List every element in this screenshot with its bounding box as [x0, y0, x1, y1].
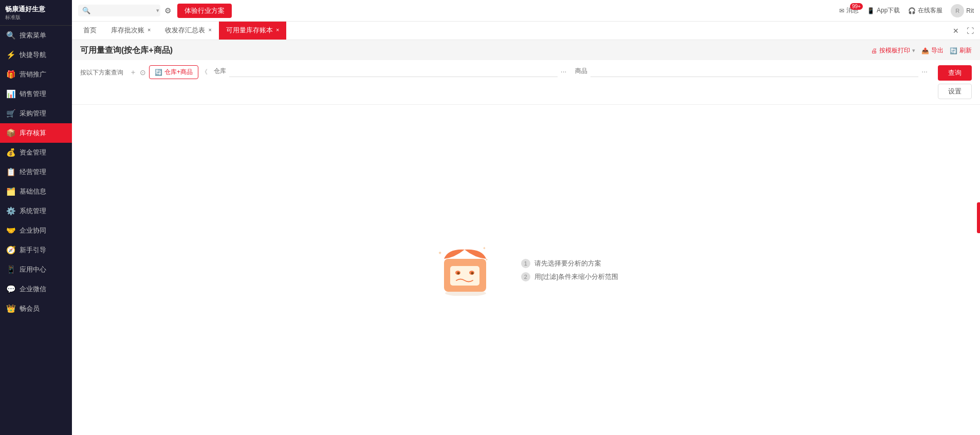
sidebar-item-label-ops-mgmt: 经营管理: [20, 167, 46, 177]
tab-available-ledger-close[interactable]: ×: [276, 27, 279, 33]
sidebar-item-app-center[interactable]: 📱 应用中心: [0, 260, 72, 279]
sidebar: 畅康通好生意 标准版 🔍 搜索菜单 ⚡ 快捷导航 🎁 营销推广 📊 销售管理 🛒…: [0, 0, 72, 435]
page-content: 可用量查询(按仓库+商品) 🖨 按模板打印 ▾ 📤 导出 🔄 刷新 按以下: [72, 40, 980, 435]
marketing-promo-icon: 🎁: [6, 70, 15, 79]
sidebar-item-label-search: 搜索菜单: [20, 31, 46, 40]
sidebar-item-purchase-mgmt[interactable]: 🛒 采购管理: [0, 104, 72, 123]
scheme-tag-label: 仓库+商品: [164, 68, 193, 77]
sidebar-item-sales-mgmt[interactable]: 📊 销售管理: [0, 84, 72, 104]
refresh-label: 刷新: [959, 46, 972, 55]
tab-receive-summary[interactable]: 收发存汇总表 ×: [158, 22, 218, 40]
sidebar-item-sys-mgmt[interactable]: ⚙️ 系统管理: [0, 201, 72, 221]
filter-collapse-icon[interactable]: 《: [201, 68, 208, 77]
svg-text:✦: ✦: [483, 246, 486, 251]
tab-available-ledger-label: 可用量库存账本: [226, 26, 273, 35]
service-button[interactable]: 🎧 在线客服: [908, 6, 942, 15]
message-badge: 99+: [850, 3, 863, 10]
export-button[interactable]: 📤 导出: [921, 46, 944, 55]
filter-label: 按以下方案查询: [80, 65, 123, 77]
scheme-tag-warehouse-product[interactable]: 🔄 仓库+商品: [149, 65, 198, 79]
sidebar-item-newbie-guide[interactable]: 🧭 新手引导: [0, 240, 72, 260]
sales-mgmt-icon: 📊: [6, 89, 15, 99]
sidebar-item-search[interactable]: 🔍 搜索菜单: [0, 26, 72, 45]
message-icon: ✉: [839, 7, 844, 14]
page-header: 可用量查询(按仓库+商品) 🖨 按模板打印 ▾ 📤 导出 🔄 刷新: [72, 40, 980, 60]
search-icon: 🔍: [82, 7, 90, 14]
svg-rect-2: [450, 266, 479, 286]
hint-text-2: 用[过滤]条件来缩小分析范围: [534, 272, 618, 281]
sidebar-item-ops-mgmt[interactable]: 📋 经营管理: [0, 162, 72, 182]
settings-button[interactable]: 设置: [938, 84, 972, 99]
empty-content-row: ✦ ✦ ✦ 1 请先选择要分析的方案 2 用[过滤]条件来缩小分析范围: [434, 239, 618, 301]
basic-info-icon: 🗂️: [6, 187, 15, 196]
empty-svg: ✦ ✦ ✦: [434, 239, 495, 296]
main-area: 🔍 ▾ ⚙ 体验行业方案 ✉ 消息 99+ 📱 App下载 🎧 在线客服 R R…: [72, 0, 980, 435]
sidebar-item-label-sys-mgmt: 系统管理: [20, 206, 46, 216]
settings-scheme-icon[interactable]: ⊙: [140, 68, 146, 77]
vip-member-icon: 👑: [6, 304, 15, 313]
app-center-icon: 📱: [6, 265, 15, 274]
tab-batch-ledger[interactable]: 库存批次账 ×: [104, 22, 158, 40]
close-window-btn[interactable]: ✕: [950, 25, 961, 36]
tab-home[interactable]: 首页: [76, 22, 104, 40]
svg-point-6: [471, 272, 473, 274]
empty-state: ✦ ✦ ✦ 1 请先选择要分析的方案 2 用[过滤]条件来缩小分析范围: [72, 105, 980, 435]
warehouse-input[interactable]: [229, 65, 558, 77]
warehouse-more-icon[interactable]: ···: [561, 67, 567, 75]
refresh-icon: 🔄: [950, 47, 957, 54]
sidebar-item-basic-info[interactable]: 🗂️ 基础信息: [0, 182, 72, 201]
ops-mgmt-icon: 📋: [6, 167, 15, 177]
service-icon: 🎧: [908, 7, 916, 14]
topbar-right: ✉ 消息 99+ 📱 App下载 🎧 在线客服 R Rit: [839, 4, 974, 17]
sidebar-item-quick-nav[interactable]: ⚡ 快捷导航: [0, 45, 72, 65]
warehouse-label: 仓库: [214, 67, 226, 75]
purchase-mgmt-icon: 🛒: [6, 109, 15, 118]
sidebar-item-label-finance: 资金管理: [20, 148, 46, 157]
sidebar-item-finance[interactable]: 💰 资金管理: [0, 143, 72, 162]
search-input[interactable]: [93, 7, 154, 14]
tab-receive-summary-close[interactable]: ×: [208, 27, 211, 33]
app-subtitle: 标准版: [5, 14, 67, 21]
sidebar-item-vip-member[interactable]: 👑 畅会员: [0, 299, 72, 318]
app-icon: 📱: [867, 7, 875, 14]
user-menu[interactable]: R Rit: [951, 4, 974, 17]
tab-available-ledger[interactable]: 可用量库存账本 ×: [219, 22, 286, 40]
query-button[interactable]: 查询: [938, 65, 972, 81]
filter-field-product: 商品 ···: [575, 65, 928, 77]
maximize-window-btn[interactable]: ⛶: [965, 25, 976, 36]
template-print-button[interactable]: 🖨 按模板打印 ▾: [871, 46, 915, 55]
template-print-label: 按模板打印: [879, 46, 910, 55]
add-scheme-icon[interactable]: ＋: [130, 68, 137, 77]
refresh-button[interactable]: 🔄 刷新: [950, 46, 972, 55]
tab-batch-ledger-close[interactable]: ×: [147, 27, 151, 33]
empty-hint-item-1: 1 请先选择要分析的方案: [521, 259, 618, 268]
message-button[interactable]: ✉ 消息 99+: [839, 6, 859, 15]
filter-actions: 查询 设置: [938, 65, 972, 99]
gear-icon[interactable]: ⚙: [164, 6, 171, 15]
trial-button[interactable]: 体验行业方案: [177, 4, 232, 18]
sidebar-item-label-vip-member: 畅会员: [20, 304, 40, 313]
sidebar-item-inventory[interactable]: 📦 库存核算: [0, 123, 72, 143]
sidebar-item-label-inventory: 库存核算: [20, 128, 46, 138]
print-icon: 🖨: [871, 47, 877, 54]
app-download-button[interactable]: 📱 App下载: [867, 6, 900, 15]
enterprise-collab-icon: 🤝: [6, 226, 15, 235]
svg-point-5: [457, 272, 459, 274]
sidebar-item-label-enterprise-collab: 企业协同: [20, 226, 46, 235]
right-scroll-handle[interactable]: [977, 202, 980, 233]
sidebar-item-enterprise-collab[interactable]: 🤝 企业协同: [0, 221, 72, 240]
hint-text-1: 请先选择要分析的方案: [534, 259, 601, 268]
product-more-icon[interactable]: ···: [921, 67, 928, 75]
sidebar-item-label-newbie-guide: 新手引导: [20, 245, 46, 255]
enterprise-wechat-icon: 💬: [6, 285, 15, 294]
search-icon: 🔍: [6, 31, 15, 40]
product-input[interactable]: [590, 65, 919, 77]
topbar-search-box[interactable]: 🔍 ▾: [78, 5, 160, 16]
empty-hint-item-2: 2 用[过滤]条件来缩小分析范围: [521, 272, 618, 281]
service-label: 在线客服: [918, 6, 942, 15]
sidebar-item-marketing-promo[interactable]: 🎁 营销推广: [0, 65, 72, 84]
sidebar-item-enterprise-wechat[interactable]: 💬 企业微信: [0, 279, 72, 299]
filter-field-warehouse: 仓库 ···: [214, 65, 567, 77]
search-dropdown-icon[interactable]: ▾: [156, 7, 159, 14]
export-label: 导出: [931, 46, 944, 55]
